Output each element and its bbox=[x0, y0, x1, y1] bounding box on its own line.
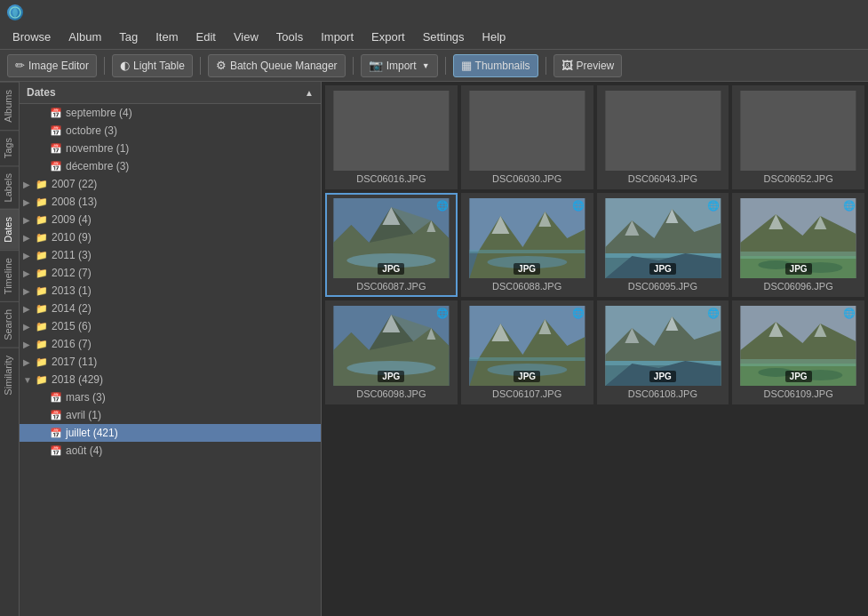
tree-item-13[interactable]: ▶📁2016 (7) bbox=[20, 335, 321, 353]
menu-tag[interactable]: Tag bbox=[110, 27, 147, 47]
thumbnails-btn[interactable]: ▦ Thumbnails bbox=[453, 54, 538, 77]
sidebar-scroll-up[interactable]: ▲ bbox=[305, 88, 314, 98]
thumb-cell-6[interactable]: 🌐JPGDSC06095.JPG bbox=[597, 193, 729, 297]
tree-item-11[interactable]: ▶📁2014 (2) bbox=[20, 300, 321, 317]
sidebar-tree[interactable]: 📅septembre (4)📅octobre (3)📅novembre (1)📅… bbox=[20, 104, 321, 616]
format-badge: JPG bbox=[785, 371, 812, 382]
svg-rect-3 bbox=[605, 91, 721, 171]
image-editor-btn[interactable]: ✏ Image Editor bbox=[7, 54, 97, 77]
calendar-icon: 📅 bbox=[50, 428, 62, 439]
tree-arrow: ▶ bbox=[23, 251, 36, 260]
vtab-dates[interactable]: Dates bbox=[0, 209, 19, 250]
tree-arrow: ▶ bbox=[23, 304, 36, 314]
thumb-cell-4[interactable]: 🌐JPGDSC06087.JPG bbox=[325, 193, 458, 297]
menu-import[interactable]: Import bbox=[312, 27, 362, 47]
calendar-icon: 📅 bbox=[50, 161, 62, 172]
preview-btn[interactable]: 🖼 Preview bbox=[553, 54, 623, 77]
tree-item-5[interactable]: ▶📁2008 (13) bbox=[20, 193, 321, 211]
menu-edit[interactable]: Edit bbox=[187, 27, 224, 47]
app-icon bbox=[7, 4, 23, 20]
thumb-cell-8[interactable]: 🌐JPGDSC06098.JPG bbox=[325, 300, 458, 404]
tree-item-7[interactable]: ▶📁2010 (9) bbox=[20, 228, 321, 246]
tree-item-10[interactable]: ▶📁2013 (1) bbox=[20, 282, 321, 300]
tree-label: 2017 (11) bbox=[52, 356, 97, 368]
tree-item-9[interactable]: ▶📁2012 (7) bbox=[20, 264, 321, 282]
calendar-icon: 📅 bbox=[50, 108, 62, 119]
menu-album[interactable]: Album bbox=[60, 27, 110, 47]
menu-view[interactable]: View bbox=[225, 27, 267, 47]
tree-item-16[interactable]: 📅mars (3) bbox=[20, 388, 321, 406]
thumb-cell-5[interactable]: 🌐JPGDSC06088.JPG bbox=[461, 193, 593, 297]
tree-item-4[interactable]: ▶📁2007 (22) bbox=[20, 175, 321, 193]
vtab-similarity[interactable]: Similarity bbox=[0, 348, 19, 403]
thumb-cell-9[interactable]: 🌐JPGDSC06107.JPG bbox=[461, 300, 593, 404]
thumb-image-1 bbox=[466, 91, 588, 171]
toolbar-sep-3 bbox=[353, 57, 354, 75]
folder-icon: 📁 bbox=[36, 250, 48, 261]
vtab-labels[interactable]: Labels bbox=[0, 165, 19, 209]
folder-icon: 📁 bbox=[36, 321, 48, 332]
thumb-image-10: 🌐JPG bbox=[602, 306, 724, 386]
globe-icon: 🌐 bbox=[843, 200, 856, 212]
svg-rect-33 bbox=[741, 252, 856, 259]
tree-item-6[interactable]: ▶📁2009 (4) bbox=[20, 211, 321, 228]
thumb-cell-1[interactable]: DSC06030.JPG bbox=[461, 85, 593, 189]
format-badge: JPG bbox=[378, 263, 404, 275]
folder-icon: 📁 bbox=[36, 374, 48, 386]
tree-arrow: ▶ bbox=[23, 340, 36, 349]
menu-item[interactable]: Item bbox=[147, 27, 187, 47]
globe-icon: 🌐 bbox=[436, 308, 449, 319]
thumb-cell-3[interactable]: DSC06052.JPG bbox=[732, 85, 864, 189]
thumb-image-2 bbox=[602, 91, 724, 171]
thumb-image-7: 🌐JPG bbox=[737, 198, 859, 278]
menu-export[interactable]: Export bbox=[362, 27, 414, 47]
vtab-tags[interactable]: Tags bbox=[0, 130, 19, 165]
light-table-btn[interactable]: ◐ Light Table bbox=[112, 54, 193, 77]
thumb-image-11: 🌐JPG bbox=[737, 306, 859, 386]
tree-item-18[interactable]: 📅juillet (421) bbox=[20, 424, 321, 442]
tree-item-15[interactable]: ▼📁2018 (429) bbox=[20, 371, 321, 388]
thumb-cell-0[interactable]: DSC06016.JPG bbox=[325, 85, 458, 189]
calendar-icon: 📅 bbox=[50, 392, 62, 404]
tree-item-12[interactable]: ▶📁2015 (6) bbox=[20, 317, 321, 335]
globe-icon: 🌐 bbox=[843, 308, 856, 319]
format-badge: JPG bbox=[649, 371, 676, 382]
tree-item-3[interactable]: 📅décembre (3) bbox=[20, 157, 321, 175]
batch-queue-btn[interactable]: ⚙ Batch Queue Manager bbox=[208, 54, 346, 77]
menu-browse[interactable]: Browse bbox=[4, 27, 60, 47]
thumb-cell-2[interactable]: DSC06043.JPG bbox=[597, 85, 729, 189]
main-area: Albums Tags Labels Dates Timeline Search… bbox=[0, 82, 868, 616]
tree-item-17[interactable]: 📅avril (1) bbox=[20, 406, 321, 424]
thumb-cell-10[interactable]: 🌐JPGDSC06108.JPG bbox=[597, 300, 729, 404]
thumb-filename: DSC06096.JPG bbox=[737, 281, 859, 292]
thumb-cell-11[interactable]: 🌐JPGDSC06109.JPG bbox=[732, 300, 864, 404]
menu-settings[interactable]: Settings bbox=[414, 27, 474, 47]
svg-rect-1 bbox=[333, 91, 449, 171]
tree-arrow: ▶ bbox=[23, 233, 36, 243]
tree-item-2[interactable]: 📅novembre (1) bbox=[20, 140, 321, 157]
menu-help[interactable]: Help bbox=[474, 27, 515, 47]
menu-bar: Browse Album Tag Item Edit View Tools Im… bbox=[0, 25, 868, 50]
thumb-image-6: 🌐JPG bbox=[602, 198, 724, 278]
thumbnail-area[interactable]: DSC06016.JPG DSC06030.JPG DSC06043.JPG D… bbox=[322, 82, 868, 616]
menu-tools[interactable]: Tools bbox=[267, 27, 312, 47]
tree-item-19[interactable]: 📅août (4) bbox=[20, 442, 321, 460]
vtab-albums[interactable]: Albums bbox=[0, 82, 19, 130]
import-btn[interactable]: 📷 Import ▼ bbox=[361, 54, 438, 77]
tree-label: 2018 (429) bbox=[52, 373, 103, 386]
svg-rect-2 bbox=[469, 91, 585, 171]
globe-icon: 🌐 bbox=[707, 200, 720, 212]
tree-item-0[interactable]: 📅septembre (4) bbox=[20, 104, 321, 122]
vtab-timeline[interactable]: Timeline bbox=[0, 250, 19, 301]
calendar-icon: 📅 bbox=[50, 445, 62, 457]
tree-arrow: ▶ bbox=[23, 286, 36, 296]
svg-rect-62 bbox=[741, 359, 856, 366]
toolbar-sep-2 bbox=[200, 57, 201, 75]
tree-item-8[interactable]: ▶📁2011 (3) bbox=[20, 246, 321, 264]
tree-label: août (4) bbox=[66, 444, 102, 457]
thumb-cell-7[interactable]: 🌐JPGDSC06096.JPG bbox=[732, 193, 864, 297]
vtab-search[interactable]: Search bbox=[0, 301, 19, 348]
tree-item-14[interactable]: ▶📁2017 (11) bbox=[20, 353, 321, 371]
tree-item-1[interactable]: 📅octobre (3) bbox=[20, 122, 321, 140]
format-badge: JPG bbox=[649, 263, 676, 275]
